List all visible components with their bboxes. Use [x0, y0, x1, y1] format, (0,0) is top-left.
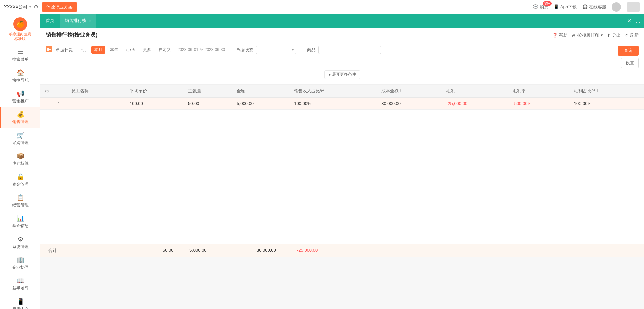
sidebar-item-marketing[interactable]: 📢 营销推广 — [0, 87, 40, 107]
footer-cost: 30,000.00 — [253, 248, 293, 254]
col-gross-profit: 毛利 — [442, 85, 509, 98]
top-bar: XXXXX公司 ▾ ⚙ 体验行业方案 💬 消息 99+ 📱 App下载 🎧 在线… — [0, 0, 644, 14]
col-sales-pct: 销售收入占比% — [290, 85, 377, 98]
beginner-icon: 📖 — [17, 277, 24, 285]
cell-employee — [67, 98, 126, 110]
sidebar-item-system[interactable]: ⚙ 系统管理 — [0, 232, 40, 253]
data-table: ⚙ 员工名称 平均单价 主数量 全额 销售收入占比% 成本全额 ℹ — [40, 85, 644, 110]
date-tab-7days[interactable]: 近7天 — [122, 46, 139, 54]
status-label: 单据状态 — [236, 47, 253, 53]
sidebar-item-finance[interactable]: 🔒 资金管理 — [0, 170, 40, 191]
tab-maximize-btn[interactable]: ⛶ — [635, 18, 641, 24]
goods-more-btn[interactable]: ... — [384, 47, 387, 52]
status-select-wrapper: ▾ — [256, 46, 296, 54]
sidebar-item-enterprise[interactable]: 🏢 企业协同 — [0, 253, 40, 274]
tab-home[interactable]: 首页 — [40, 14, 60, 28]
cost-info-icon[interactable]: ℹ — [400, 89, 402, 93]
col-settings-icon: ⚙ — [45, 89, 49, 94]
message-button[interactable]: 💬 消息 99+ — [533, 4, 548, 10]
app-download-button[interactable]: 📱 App下载 — [554, 4, 577, 10]
table-footer: 合计 50.00 5,000.00 30,000.00 -25,000.00 — [40, 244, 644, 257]
sidebar-item-app-center[interactable]: 📱 应用中心 — [0, 295, 40, 309]
col-employee: 员工名称 — [67, 85, 126, 98]
sidebar-item-sales[interactable]: 💰 销售管理 — [0, 107, 40, 128]
export-button[interactable]: ⬆ 导出 — [607, 32, 621, 38]
table-row: 1 100.00 50.00 5,000.00 100.00% 30,000.0… — [40, 98, 644, 110]
cell-sales-pct: 100.00% — [290, 98, 377, 110]
help-icon: ❓ — [552, 33, 558, 38]
main-area: 🍊 畅康通好生意 标准版 ☰ 搜索菜单 🏠 快捷导航 📢 营销推广 💰 — [0, 14, 644, 309]
tab-close-icon[interactable]: ✕ — [88, 18, 92, 23]
date-tab-current-month[interactable]: 本月 — [91, 46, 105, 54]
status-select[interactable] — [256, 46, 296, 54]
sidebar: 🍊 畅康通好生意 标准版 ☰ 搜索菜单 🏠 快捷导航 📢 营销推广 💰 — [0, 14, 40, 309]
query-button[interactable]: 查询 — [618, 46, 639, 56]
content-area: 首页 销售排行榜 ✕ ✕ ⛶ 销售排行榜(按业务员) — [40, 14, 644, 309]
expand-filters-button[interactable]: ▾ 展开更多条件 — [324, 70, 360, 79]
col-gross-pct: 毛利占比% ℹ — [570, 85, 644, 98]
top-right-actions: 💬 消息 99+ 📱 App下载 🎧 在线客服 — [533, 2, 640, 12]
cell-gross-rate: -500.00% — [509, 98, 570, 110]
logo-text: 畅康通好生意 标准版 — [9, 32, 31, 41]
marketing-icon: 📢 — [17, 90, 24, 97]
settings-button[interactable]: 设置 — [621, 58, 639, 68]
sidebar-item-operation[interactable]: 📋 经营管理 — [0, 191, 40, 211]
online-service-button[interactable]: 🎧 在线客服 — [582, 4, 606, 10]
print-icon: 🖨 — [572, 33, 576, 38]
col-settings[interactable]: ⚙ — [40, 85, 54, 98]
header-row: ⚙ 员工名称 平均单价 主数量 全额 销售收入占比% 成本全额 ℹ — [40, 85, 644, 98]
goods-filter: 商品 ... — [307, 46, 387, 54]
date-tab-current-year[interactable]: 本年 — [107, 46, 121, 54]
enterprise-icon: 🏢 — [17, 256, 24, 264]
date-tabs: 上月 本月 本年 近7天 更多 自定义 — [76, 46, 174, 54]
operation-icon: 📋 — [17, 194, 24, 201]
company-name: XXXXX公司 — [4, 4, 27, 10]
date-range: 2023-06-01 至 2023-06-30 — [178, 47, 225, 53]
tab-actions: ✕ ⛶ — [627, 18, 644, 24]
cell-gross-pct: 100.00% — [570, 98, 644, 110]
sidebar-item-purchase[interactable]: 🛒 采购管理 — [0, 128, 40, 149]
trial-button[interactable]: 体验行业方案 — [42, 2, 77, 12]
settings-icon[interactable]: ⚙ — [34, 4, 38, 10]
filter-left: 单据日期 上月 本月 本年 近7天 更多 自定义 2023-06-01 至 20… — [56, 46, 612, 54]
page-title-row: 销售排行榜(按业务员) ❓ 帮助 🖨 按模板打印 ▾ — [46, 32, 639, 39]
sidebar-item-beginner[interactable]: 📖 新手引导 — [0, 274, 40, 295]
col-amount: 全额 — [232, 85, 290, 98]
collapse-arrow-btn[interactable]: ▶ — [46, 46, 52, 52]
goods-input[interactable] — [318, 46, 381, 54]
basic-info-icon: 📊 — [17, 215, 24, 222]
refresh-button[interactable]: ↻ 刷新 — [625, 32, 639, 38]
company-selector[interactable]: XXXXX公司 ▾ — [4, 4, 31, 10]
filter-main-row: ▶ 单据日期 上月 本月 本年 近7天 更多 — [46, 46, 639, 68]
footer-amount: 5,000.00 — [185, 248, 219, 254]
export-icon: ⬆ — [607, 33, 611, 38]
app-center-icon: 📱 — [17, 298, 24, 305]
home-icon: 🏠 — [17, 69, 24, 76]
cell-gross-profit: -25,000.00 — [442, 98, 509, 110]
col-rank — [54, 85, 67, 98]
mobile-icon: 📱 — [554, 4, 559, 9]
tab-close-window-btn[interactable]: ✕ — [627, 18, 631, 24]
sidebar-item-search[interactable]: ☰ 搜索菜单 — [0, 45, 40, 66]
avatar[interactable] — [612, 2, 621, 12]
table-body: 1 100.00 50.00 5,000.00 100.00% 30,000.0… — [40, 98, 644, 110]
print-button[interactable]: 🖨 按模板打印 ▾ — [572, 32, 603, 38]
date-tab-custom[interactable]: 自定义 — [156, 46, 174, 54]
gross-pct-info-icon[interactable]: ℹ — [597, 89, 598, 93]
help-button[interactable]: ❓ 帮助 — [552, 32, 568, 38]
page-content: 销售排行榜(按业务员) ❓ 帮助 🖨 按模板打印 ▾ — [40, 28, 644, 309]
tab-sales-ranking[interactable]: 销售排行榜 ✕ — [60, 14, 96, 28]
date-label: 单据日期 — [56, 47, 73, 53]
message-icon: 💬 — [533, 4, 538, 9]
expand-icon: ▾ — [329, 72, 331, 77]
goods-label: 商品 — [307, 47, 316, 53]
sidebar-item-basic-info[interactable]: 📊 基础信息 — [0, 211, 40, 232]
sidebar-item-quick-nav[interactable]: 🏠 快捷导航 — [0, 66, 40, 87]
date-tab-more[interactable]: 更多 — [140, 46, 154, 54]
table-container: ⚙ 员工名称 平均单价 主数量 全额 销售收入占比% 成本全额 ℹ — [40, 85, 644, 110]
page-header: 销售排行榜(按业务员) ❓ 帮助 🖨 按模板打印 ▾ — [40, 28, 644, 42]
system-icon: ⚙ — [18, 236, 23, 243]
sidebar-item-inventory[interactable]: 📦 库存核算 — [0, 149, 40, 170]
date-tab-prev-month[interactable]: 上月 — [76, 46, 90, 54]
user-name[interactable] — [627, 2, 640, 12]
